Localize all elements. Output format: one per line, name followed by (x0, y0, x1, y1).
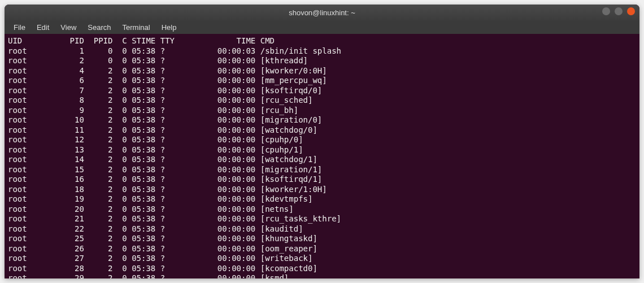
titlebar: shovon@linuxhint: ~ (5, 5, 639, 20)
terminal-output[interactable]: UID PID PPID C STIME TTY TIME CMD root 1… (5, 34, 639, 278)
menu-terminal[interactable]: Terminal (118, 22, 155, 33)
close-icon[interactable] (627, 7, 635, 15)
menubar: File Edit View Search Terminal Help (5, 20, 639, 34)
menu-help[interactable]: Help (157, 22, 181, 33)
maximize-icon[interactable] (615, 7, 623, 15)
menu-file[interactable]: File (9, 22, 30, 33)
menu-view[interactable]: View (56, 22, 81, 33)
window-title: shovon@linuxhint: ~ (289, 8, 355, 17)
window-controls (602, 7, 635, 15)
minimize-icon[interactable] (602, 7, 610, 15)
menu-edit[interactable]: Edit (32, 22, 54, 33)
terminal-window: shovon@linuxhint: ~ File Edit View Searc… (5, 5, 639, 278)
menu-search[interactable]: Search (83, 22, 115, 33)
